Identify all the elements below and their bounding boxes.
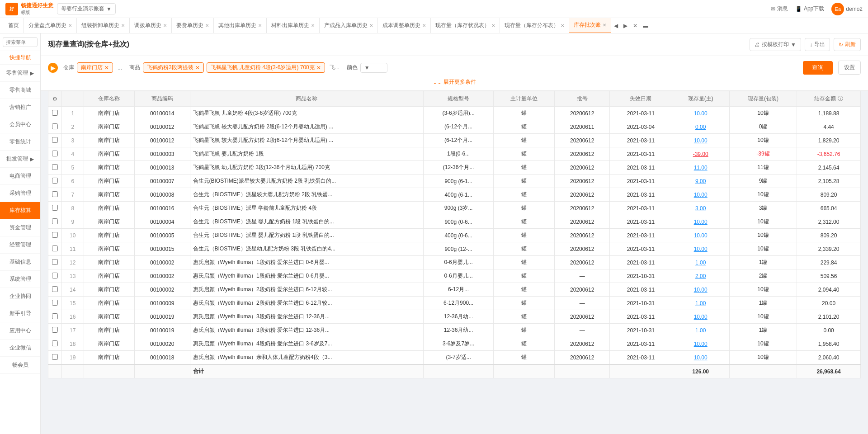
td-qty-main[interactable]: 1.00 [672, 324, 729, 337]
close-product-tag-2-icon[interactable]: ✕ [316, 65, 321, 71]
tab-11-active[interactable]: 库存批次账 ✕ [569, 18, 611, 33]
td-checkbox[interactable] [48, 283, 62, 297]
td-qty-main[interactable]: 1.00 [672, 256, 729, 269]
td-checkbox[interactable] [48, 256, 62, 269]
close-product-tag-1-icon[interactable]: ✕ [195, 65, 200, 71]
product-tag-1[interactable]: 飞鹤奶粉3段两提装 ✕ [143, 62, 204, 73]
more-products-btn[interactable]: 飞... [328, 64, 341, 71]
td-checkbox[interactable] [48, 202, 62, 215]
td-checkbox[interactable] [48, 161, 62, 175]
sidebar-quick-nav[interactable]: 快捷导航 [0, 51, 40, 65]
tab-6[interactable]: 材料出库单历史 ✕ [267, 18, 320, 33]
sidebar-item-guide[interactable]: 新手引导 [0, 305, 40, 322]
td-checkbox[interactable] [48, 120, 62, 134]
sidebar-item-wechat[interactable]: 企业微信 [0, 340, 40, 357]
sidebar-item-finance[interactable]: 资金管理 [0, 219, 40, 236]
td-checkbox[interactable] [48, 229, 62, 242]
td-checkbox[interactable] [48, 107, 62, 120]
sidebar-item-app-center[interactable]: 应用中心 [0, 322, 40, 340]
refresh-button[interactable]: ↻ 刷新 [834, 38, 861, 51]
color-select[interactable]: ▼ [360, 63, 387, 73]
td-qty-main[interactable]: 10.00 [672, 107, 729, 120]
sidebar-item-basic-info[interactable]: 基础信息 [0, 254, 40, 271]
tab-close-7[interactable]: ✕ [369, 23, 373, 28]
settings-icon[interactable]: ⚙ [52, 96, 57, 102]
tab-9[interactable]: 现存量（库存状况表） ✕ [431, 18, 500, 33]
query-button[interactable]: 查询 [803, 61, 833, 75]
td-qty-main[interactable]: 10.00 [672, 310, 729, 324]
search-input[interactable] [3, 37, 38, 47]
tab-3[interactable]: 调拨单历史 ✕ [130, 18, 172, 33]
sidebar-item-retail-management[interactable]: 零售管理 ▶ [0, 65, 40, 82]
sidebar-item-ecommerce[interactable]: 电商管理 [0, 168, 40, 185]
store-selector[interactable]: 母婴行业演示账套 ▼ [57, 3, 116, 14]
tab-close-2[interactable]: ✕ [121, 23, 125, 28]
td-checkbox[interactable] [48, 215, 62, 229]
tab-close-10[interactable]: ✕ [561, 23, 564, 28]
td-qty-main[interactable]: -39.00 [672, 147, 729, 161]
sidebar-item-purchase[interactable]: 采购管理 [0, 185, 40, 202]
td-qty-main[interactable]: 3.00 [672, 202, 729, 215]
td-qty-main[interactable]: 9.00 [672, 175, 729, 188]
td-qty-main[interactable]: 10.00 [672, 242, 729, 256]
tab-close-3[interactable]: ✕ [163, 23, 167, 28]
td-qty-main[interactable]: 0.00 [672, 120, 729, 134]
td-checkbox[interactable] [48, 337, 62, 351]
tab-next-btn[interactable]: ▶ [621, 18, 630, 33]
close-tag-icon[interactable]: ✕ [104, 65, 109, 71]
warehouse-tag[interactable]: 南岸门店 ✕ [77, 62, 113, 73]
more-warehouses-btn[interactable]: ... [116, 65, 124, 71]
tab-close-11[interactable]: ✕ [603, 23, 606, 28]
sidebar-item-system[interactable]: 系统管理 [0, 271, 40, 288]
tab-7[interactable]: 产成品入库单历史 ✕ [320, 18, 378, 33]
tab-menu-btn[interactable]: ▬ [640, 18, 651, 33]
tab-close-4[interactable]: ✕ [205, 23, 209, 28]
download-button[interactable]: 📱 App下载 [795, 5, 824, 13]
td-qty-main[interactable]: 10.00 [672, 351, 729, 365]
tab-2[interactable]: 组装拆卸单历史 ✕ [77, 18, 130, 33]
settings-button[interactable]: 设置 [838, 61, 861, 75]
expand-filter-button[interactable]: ▶ [48, 63, 58, 73]
td-checkbox[interactable] [48, 188, 62, 202]
user-profile[interactable]: Ea demo2 [831, 3, 863, 15]
sidebar-item-member-center[interactable]: 会员中心 [0, 116, 40, 133]
message-button[interactable]: ✉ 消息 [771, 5, 788, 13]
tab-close-8[interactable]: ✕ [422, 23, 426, 28]
sidebar-item-marketing[interactable]: 营销推广 [0, 99, 40, 116]
tab-close-9[interactable]: ✕ [491, 23, 495, 28]
tab-10[interactable]: 现存量（库存分布表） ✕ [500, 18, 569, 33]
tab-close-6[interactable]: ✕ [311, 23, 315, 28]
export-button[interactable]: ↓ 导出 [805, 38, 830, 51]
expand-more-conditions[interactable]: ⌄⌄ 展开更多条件 [433, 78, 476, 86]
td-checkbox[interactable] [48, 147, 62, 161]
td-qty-main[interactable]: 10.00 [672, 229, 729, 242]
td-checkbox[interactable] [48, 324, 62, 337]
tab-1[interactable]: 分量盘点单历史 ✕ [24, 18, 77, 33]
td-checkbox[interactable] [48, 242, 62, 256]
td-qty-main[interactable]: 10.00 [672, 337, 729, 351]
tab-4[interactable]: 要货单历史 ✕ [172, 18, 214, 33]
tab-prev-btn[interactable]: ◀ [611, 18, 621, 33]
tab-5[interactable]: 其他出库单历史 ✕ [214, 18, 267, 33]
td-qty-main[interactable]: 10.00 [672, 283, 729, 297]
tab-close-5[interactable]: ✕ [258, 23, 262, 28]
td-qty-main[interactable]: 11.00 [672, 161, 729, 175]
td-checkbox[interactable] [48, 269, 62, 283]
td-qty-main[interactable]: 10.00 [672, 215, 729, 229]
sidebar-item-retail-stats[interactable]: 零售统计 [0, 133, 40, 151]
td-checkbox[interactable] [48, 310, 62, 324]
tab-close-all-btn[interactable]: ✕ [630, 18, 640, 33]
tab-8[interactable]: 成本调整单历史 ✕ [378, 18, 431, 33]
sidebar-item-wholesale[interactable]: 批发管理 ▶ [0, 151, 40, 168]
td-checkbox[interactable] [48, 351, 62, 365]
td-qty-main[interactable]: 10.00 [672, 134, 729, 147]
sidebar-item-retail-store[interactable]: 零售商城 [0, 82, 40, 99]
td-qty-main[interactable]: 2.00 [672, 269, 729, 283]
td-qty-main[interactable]: 1.00 [672, 297, 729, 310]
product-tag-2[interactable]: 飞鹤星飞帆 儿童奶粉 4段(3-6岁适用) 700克 ✕ [207, 62, 325, 73]
td-qty-main[interactable]: 10.00 [672, 188, 729, 202]
td-checkbox[interactable] [48, 134, 62, 147]
tab-close-1[interactable]: ✕ [68, 23, 72, 28]
td-checkbox[interactable] [48, 297, 62, 310]
tab-home[interactable]: 首页 [4, 18, 24, 33]
